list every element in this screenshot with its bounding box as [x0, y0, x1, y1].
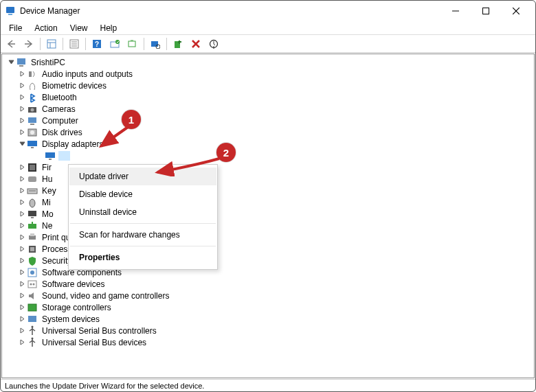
- tree-node-label: Fir: [41, 163, 53, 172]
- expand-chevron-icon[interactable]: [17, 71, 27, 77]
- tree-node[interactable]: Software devices: [5, 278, 531, 290]
- svg-rect-34: [49, 159, 52, 160]
- context-item[interactable]: Properties: [69, 249, 216, 266]
- expand-chevron-icon[interactable]: [17, 222, 27, 229]
- expand-chevron-icon[interactable]: [17, 106, 27, 112]
- tree-node[interactable]: System devices: [5, 313, 531, 325]
- expand-chevron-icon[interactable]: [17, 246, 27, 252]
- tree-leaf[interactable]: [5, 150, 531, 161]
- add-driver-button[interactable]: [170, 36, 186, 52]
- expand-chevron-icon[interactable]: [17, 339, 27, 345]
- svg-point-52: [30, 283, 32, 285]
- context-item[interactable]: Scan for hardware changes: [69, 226, 216, 244]
- expand-chevron-icon[interactable]: [17, 234, 27, 240]
- tree-node-label: Mo: [41, 209, 55, 219]
- nav-back-button[interactable]: [3, 36, 19, 52]
- app-icon: [5, 5, 16, 16]
- expand-chevron-icon[interactable]: [17, 187, 27, 194]
- window-title: Device Manager: [20, 6, 80, 16]
- usb-icon: [27, 325, 38, 336]
- tree-node[interactable]: Universal Serial Bus devices: [5, 336, 531, 348]
- tree-node[interactable]: Biometric devices: [5, 80, 531, 91]
- expand-chevron-icon[interactable]: [17, 176, 27, 182]
- usb-icon: [27, 337, 38, 348]
- tree-node-label: Computer: [41, 116, 80, 126]
- tree-node[interactable]: Storage controllers: [5, 301, 531, 313]
- context-item[interactable]: Disable device: [69, 185, 216, 203]
- svg-point-30: [30, 130, 34, 135]
- expand-chevron-icon[interactable]: [6, 59, 16, 65]
- finger-icon: [27, 80, 38, 91]
- svg-point-26: [31, 108, 34, 111]
- tree-node[interactable]: Bluetooth: [5, 91, 531, 103]
- svg-rect-17: [129, 41, 135, 47]
- expand-chevron-icon[interactable]: [17, 304, 27, 310]
- svg-rect-33: [45, 152, 55, 158]
- expand-chevron-icon[interactable]: [17, 292, 27, 299]
- status-bar: Launches the Update Driver Wizard for th…: [1, 379, 535, 391]
- svg-rect-3: [483, 8, 489, 14]
- expand-chevron-icon[interactable]: [17, 117, 27, 124]
- annotation-badge-2: 2: [216, 143, 236, 162]
- context-separator: [70, 223, 216, 224]
- uninstall-device-button[interactable]: [124, 36, 141, 52]
- show-hidden-button[interactable]: [205, 36, 222, 52]
- expand-chevron-icon[interactable]: [17, 269, 27, 275]
- expand-chevron-icon[interactable]: [17, 82, 27, 89]
- show-hide-tree-button[interactable]: [43, 36, 60, 52]
- status-text: Launches the Update Driver Wizard for th…: [5, 382, 204, 390]
- menu-file[interactable]: File: [3, 23, 27, 34]
- expand-chevron-icon[interactable]: [17, 316, 27, 322]
- menu-action[interactable]: Action: [29, 23, 63, 34]
- softdev-icon: [27, 279, 38, 290]
- context-item[interactable]: Uninstall device: [69, 203, 216, 221]
- tree-node[interactable]: Audio inputs and outputs: [5, 68, 531, 80]
- tree-node-label: Ne: [41, 221, 54, 231]
- system-icon: [27, 314, 38, 325]
- tree-node[interactable]: Cameras: [5, 103, 531, 115]
- tree-node-label: Display adapters: [41, 139, 104, 149]
- expand-chevron-icon[interactable]: [17, 327, 27, 334]
- mouse-icon: [27, 197, 38, 208]
- maximize-button[interactable]: [471, 1, 501, 21]
- expand-chevron-icon[interactable]: [17, 141, 27, 147]
- tree-node[interactable]: Sound, video and game controllers: [5, 290, 531, 301]
- tree-node[interactable]: Display adapters: [5, 138, 531, 150]
- menu-view[interactable]: View: [65, 23, 93, 34]
- tree-node-label: Audio inputs and outputs: [41, 69, 134, 79]
- tree-node-label: Storage controllers: [41, 303, 113, 312]
- expand-chevron-icon[interactable]: [17, 164, 27, 170]
- menu-help[interactable]: Help: [95, 23, 123, 34]
- close-button[interactable]: [501, 1, 531, 21]
- scan-hardware-button[interactable]: [147, 36, 164, 52]
- svg-rect-55: [28, 316, 36, 322]
- help-button[interactable]: ?: [89, 36, 105, 52]
- expand-chevron-icon[interactable]: [17, 199, 27, 205]
- security-icon: [27, 255, 38, 266]
- tree-node-label: Cameras: [41, 104, 77, 114]
- context-separator: [70, 246, 216, 246]
- nav-forward-button[interactable]: [21, 36, 37, 52]
- tree-node[interactable]: Disk drives: [5, 126, 531, 138]
- context-item[interactable]: Update driver: [69, 168, 216, 185]
- speaker-icon: [27, 69, 38, 80]
- update-driver-button[interactable]: [107, 36, 123, 52]
- tree-root[interactable]: SrishtiPC: [5, 56, 531, 68]
- expand-chevron-icon[interactable]: [17, 257, 27, 264]
- expand-chevron-icon[interactable]: [17, 94, 27, 100]
- storage-icon: [27, 302, 38, 313]
- expand-chevron-icon[interactable]: [17, 129, 27, 135]
- computer-icon: [16, 57, 27, 68]
- svg-rect-54: [28, 304, 36, 311]
- expand-chevron-icon[interactable]: [17, 281, 27, 287]
- expand-chevron-icon[interactable]: [17, 211, 27, 217]
- keyboard-icon: [27, 185, 38, 196]
- tree-node[interactable]: Computer: [5, 115, 531, 126]
- minimize-button[interactable]: [440, 1, 471, 21]
- display-icon: [27, 139, 38, 150]
- tree-node-label: Software devices: [41, 279, 106, 289]
- remove-device-button[interactable]: [188, 36, 204, 52]
- tree-node[interactable]: Universal Serial Bus controllers: [5, 325, 531, 336]
- tree-node-label: Bluetooth: [41, 93, 78, 102]
- properties-button[interactable]: [66, 36, 82, 52]
